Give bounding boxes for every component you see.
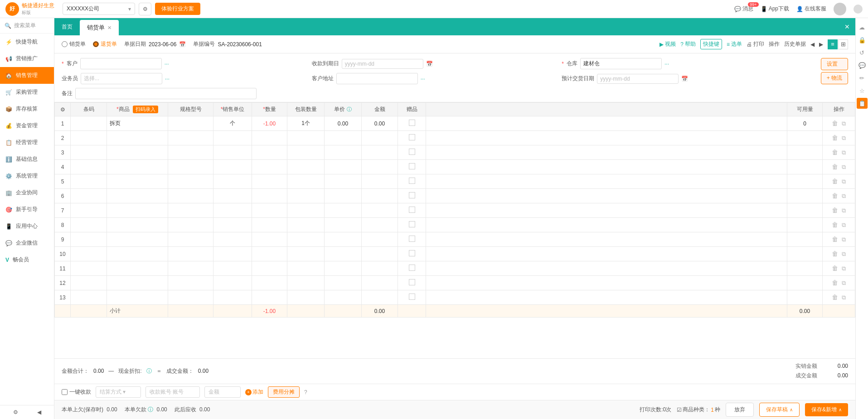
product-type-checkbox[interactable]: ☑ — [677, 407, 682, 413]
expected-date-input[interactable]: yyyy-mm-dd — [597, 74, 679, 84]
account-input[interactable]: 收款账号 账号 — [145, 386, 200, 398]
radio-return-input[interactable] — [93, 41, 99, 47]
sidebar-item-appstore[interactable]: 📱 应用中心 — [0, 218, 54, 235]
radio-sales-input[interactable] — [62, 41, 68, 47]
sidebar-item-enterprise[interactable]: 🏢 企业协同 — [0, 184, 54, 201]
help-btn[interactable]: ? 帮助 — [680, 40, 696, 48]
delete-row-btn[interactable]: 🗑 — [832, 250, 838, 257]
video-btn[interactable]: ▶ 视频 — [659, 40, 676, 48]
logistics-btn[interactable]: + 物流 — [821, 72, 848, 84]
copy-row-btn[interactable]: ⧉ — [842, 250, 846, 257]
copy-row-btn[interactable]: ⧉ — [842, 178, 846, 185]
sidebar-item-inventory[interactable]: 📦 库存核算 — [0, 101, 54, 117]
copy-row-btn[interactable]: ⧉ — [842, 265, 846, 272]
side-icon-refresh[interactable]: ↺ — [857, 47, 868, 58]
sidebar-item-sales[interactable]: 🏠 销售管理 — [0, 67, 54, 84]
copy-row-btn[interactable]: ⧉ — [842, 193, 846, 199]
side-icon-lock[interactable]: 🔒 — [857, 34, 868, 45]
select-btn[interactable]: ≡ 选单 — [727, 40, 742, 48]
message-btn[interactable]: 💬 消息 99+ — [734, 5, 753, 13]
tab-home[interactable]: 首页 — [54, 18, 80, 35]
delete-row-btn[interactable]: 🗑 — [832, 279, 838, 286]
payment-method-select[interactable]: 结算方式 ▾ — [96, 386, 141, 398]
discard-btn[interactable]: 放弃 — [726, 403, 754, 417]
history-btn[interactable]: 历史单据 — [784, 40, 806, 48]
side-icon-orange[interactable]: 📋 — [857, 98, 868, 109]
calendar-icon[interactable]: 📅 — [179, 41, 186, 48]
sidebar-item-quick-nav[interactable]: ⚡ 快捷导航 — [0, 34, 54, 50]
delete-row-btn[interactable]: 🗑 — [832, 192, 838, 199]
copy-row-btn[interactable]: ⧉ — [842, 135, 846, 141]
radio-return-bill[interactable]: 退货单 — [93, 40, 117, 48]
delete-row-btn[interactable]: 🗑 — [832, 207, 838, 214]
sidebar-item-basic[interactable]: ℹ️ 基础信息 — [0, 151, 54, 168]
sidebar-item-system[interactable]: ⚙️ 系统管理 — [0, 168, 54, 184]
bottom-collapse-icon[interactable]: ◀ — [37, 409, 41, 415]
expected-date-cal[interactable]: 📅 — [681, 76, 688, 82]
sidebar-search[interactable]: 🔍 搜索菜单 — [0, 18, 54, 34]
sidebar-item-member[interactable]: V 畅会员 — [0, 251, 54, 268]
settings-gear-btn[interactable]: ⚙ — [139, 3, 151, 15]
add-payment-btn[interactable]: + 添加 — [245, 388, 263, 396]
experience-btn[interactable]: 体验行业方案 — [155, 3, 200, 15]
delete-row-btn[interactable]: 🗑 — [832, 163, 838, 170]
print-btn[interactable]: 🖨 打印 — [747, 40, 764, 48]
copy-row-btn[interactable]: ⧉ — [842, 294, 846, 301]
salesperson-dots[interactable]: ··· — [165, 76, 170, 82]
copy-row-btn[interactable]: ⧉ — [842, 279, 846, 286]
delete-row-btn[interactable]: 🗑 — [832, 294, 838, 301]
sidebar-item-capital[interactable]: 💰 资金管理 — [0, 117, 54, 134]
delete-row-btn[interactable]: 🗑 — [832, 221, 838, 228]
bottom-gear-icon[interactable]: ⚙ — [13, 409, 18, 415]
warehouse-input[interactable]: 建材仓 — [580, 58, 662, 69]
shortcut-btn[interactable]: 快捷键 — [700, 39, 722, 49]
view-grid-btn[interactable]: ⊞ — [838, 39, 848, 49]
view-list-btn[interactable]: ≡ — [828, 39, 838, 49]
save-new-btn[interactable]: 保存&新增 ∧ — [805, 403, 848, 416]
app-download-btn[interactable]: 📱 App下载 — [761, 5, 789, 13]
customer-input[interactable] — [80, 58, 162, 69]
copy-row-btn[interactable]: ⧉ — [842, 164, 846, 170]
delete-row-btn[interactable]: 🗑 — [832, 149, 838, 156]
salesperson-input[interactable]: 选择... — [81, 73, 162, 84]
sidebar-item-purchase[interactable]: 🛒 采购管理 — [0, 84, 54, 101]
remark-input[interactable] — [75, 88, 257, 99]
delete-row-btn[interactable]: 🗑 — [832, 265, 838, 272]
one-click-payment-checkbox[interactable]: 一键收款 — [62, 388, 91, 396]
sidebar-item-guide[interactable]: 🎯 新手引导 — [0, 201, 54, 218]
amount-input[interactable]: 金额 — [204, 386, 241, 398]
customer-addr-dots[interactable]: ··· — [421, 76, 425, 82]
close-tab-icon[interactable]: ✕ — [107, 25, 112, 31]
customer-dots[interactable]: ··· — [165, 61, 169, 67]
copy-row-btn[interactable]: ⧉ — [842, 222, 846, 228]
payment-checkbox-input[interactable] — [62, 389, 68, 395]
th-settings[interactable]: ⚙ — [55, 103, 71, 116]
side-icon-edit[interactable]: ✏ — [857, 72, 868, 83]
side-icon-cloud[interactable]: ☁ — [857, 22, 868, 33]
fee-split-btn[interactable]: 费用分摊 — [268, 386, 300, 398]
side-icon-chat[interactable]: 💬 — [857, 60, 868, 71]
radio-sales-bill[interactable]: 销货单 — [62, 40, 86, 48]
sidebar-item-wechat[interactable]: 💬 企业微信 — [0, 235, 54, 251]
sidebar-item-marketing[interactable]: 📢 营销推广 — [0, 50, 54, 67]
copy-row-btn[interactable]: ⧉ — [842, 149, 846, 156]
discount-info-icon[interactable]: ⓘ — [146, 367, 152, 375]
sidebar-item-operation[interactable]: 📋 经营管理 — [0, 134, 54, 151]
nav-next-btn[interactable]: ▶ — [819, 41, 823, 48]
copy-row-btn[interactable]: ⧉ — [842, 120, 846, 127]
tab-sales-bill[interactable]: 销货单 ✕ — [80, 20, 119, 35]
company-selector[interactable]: XXXXXX公司 ▾ — [63, 3, 135, 15]
online-service-btn[interactable]: 👤 在线客服 — [796, 5, 826, 13]
customer-addr-input[interactable] — [336, 73, 418, 84]
payment-date-input[interactable]: yyyy-mm-dd — [342, 59, 423, 69]
fee-help-icon[interactable]: ? — [304, 389, 307, 395]
delete-row-btn[interactable]: 🗑 — [832, 134, 838, 141]
delete-row-btn[interactable]: 🗑 — [832, 120, 838, 127]
delete-row-btn[interactable]: 🗑 — [832, 178, 838, 185]
warehouse-dots[interactable]: ··· — [664, 61, 669, 67]
owe-info-icon[interactable]: ⓘ — [148, 406, 153, 413]
payment-date-cal[interactable]: 📅 — [426, 61, 433, 67]
nav-prev-btn[interactable]: ◀ — [810, 41, 815, 48]
price-info-icon[interactable]: ⓘ — [347, 106, 352, 112]
setting-btn[interactable]: 设置 — [821, 58, 848, 70]
